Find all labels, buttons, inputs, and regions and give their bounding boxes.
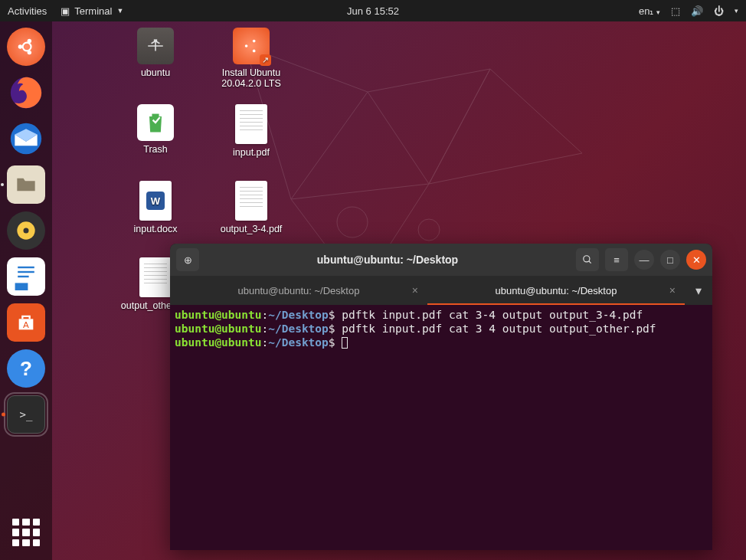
search-button[interactable] [576,248,599,271]
terminal-tab-bar: ubuntu@ubuntu: ~/Desktop×ubuntu@ubuntu: … [170,276,712,305]
chevron-down-icon: ▾ [735,7,738,15]
dock-terminal[interactable]: >_ [7,395,45,434]
desktop-icon-trash[interactable]: Trash [110,104,201,155]
desktop-icon-installer[interactable]: Install Ubuntu 20.04.2.0 LTS [205,28,297,89]
dock-software[interactable]: A [7,303,45,342]
desktop-icon-output-34[interactable]: output_3-4.pdf [205,181,297,234]
activities-button[interactable]: Activities [8,5,47,17]
svg-rect-14 [18,267,34,268]
svg-point-12 [24,228,29,234]
clock[interactable]: Jun 6 15:52 [347,5,399,17]
pdf-icon [139,257,172,297]
svg-line-23 [589,261,591,264]
new-tab-button[interactable]: ⊕ [176,248,199,271]
app-menu-label: Terminal [74,5,112,17]
svg-rect-17 [15,283,28,290]
hamburger-menu-button[interactable]: ≡ [605,248,628,271]
desktop-icon-label: Trash [110,144,201,155]
top-bar: Activities ▣ Terminal ▼ Jun 6 15:52 en₁ … [0,0,746,21]
folder-icon [137,28,174,64]
maximize-button[interactable]: □ [660,250,680,270]
dock-help[interactable]: ? [7,349,45,388]
desktop-icon-label: ubuntu [110,67,201,78]
desktop-icon-label: input.docx [110,224,201,234]
dock-thunderbird[interactable] [7,120,45,158]
tab-label: ubuntu@ubuntu: ~/Desktop [238,285,360,296]
trash-icon [137,104,174,141]
window-title: ubuntu@ubuntu: ~/Desktop [205,254,570,266]
svg-point-20 [253,40,256,43]
terminal-window: ⊕ ubuntu@ubuntu: ~/Desktop ≡ — □ ✕ ubunt… [170,244,712,550]
network-icon[interactable]: ⬚ [671,5,680,17]
tab-dropdown-button[interactable]: ▾ [685,276,712,305]
app-menu[interactable]: ▣ Terminal ▼ [61,5,123,17]
dock-rhythmbox[interactable] [7,211,45,250]
dock-ubuntu[interactable] [7,28,45,66]
svg-point-22 [584,256,590,262]
installer-icon [233,28,270,64]
desktop-icon-input-docx[interactable]: Winput.docx [110,181,201,234]
chevron-down-icon: ▾ [656,8,660,16]
terminal-tab-0[interactable]: ubuntu@ubuntu: ~/Desktop× [170,276,427,305]
pdf-icon [235,104,267,144]
tab-close-button[interactable]: × [669,284,676,296]
dock-writer[interactable] [7,257,45,296]
docx-icon: W [139,181,172,221]
tab-close-button[interactable]: × [412,284,418,296]
show-applications-button[interactable] [12,519,40,546]
desktop-icon-label: output_3-4.pdf [205,224,297,234]
tab-label: ubuntu@ubuntu: ~/Desktop [496,285,617,296]
desktop-icon-label: Install Ubuntu 20.04.2.0 LTS [205,67,297,89]
terminal-body[interactable]: ubuntu@ubuntu:~/Desktop$ pdftk input.pdf… [170,305,712,550]
chevron-down-icon: ▼ [116,7,123,15]
svg-rect-15 [18,271,34,273]
power-icon[interactable]: ⏻ [714,5,724,17]
input-source-indicator[interactable]: en₁ ▾ [639,5,660,17]
pdf-icon [235,181,267,221]
volume-icon[interactable]: 🔊 [691,5,703,17]
desktop-icon-home-folder[interactable]: ubuntu [110,28,201,78]
svg-rect-16 [18,276,28,277]
terminal-tab-1[interactable]: ubuntu@ubuntu: ~/Desktop× [427,276,685,305]
desktop-icon-input-pdf[interactable]: input.pdf [205,104,297,158]
svg-point-19 [245,44,248,47]
dock-files[interactable] [7,165,45,204]
svg-point-21 [253,50,256,53]
dock: A ? >_ [0,21,52,560]
dock-firefox[interactable] [7,74,45,112]
minimize-button[interactable]: — [634,250,654,270]
terminal-menu-icon: ▣ [61,5,70,17]
svg-text:A: A [23,319,29,329]
terminal-titlebar[interactable]: ⊕ ubuntu@ubuntu: ~/Desktop ≡ — □ ✕ [170,244,712,276]
desktop-icon-label: input.pdf [205,147,297,158]
close-button[interactable]: ✕ [686,250,706,270]
svg-point-6 [18,44,22,48]
